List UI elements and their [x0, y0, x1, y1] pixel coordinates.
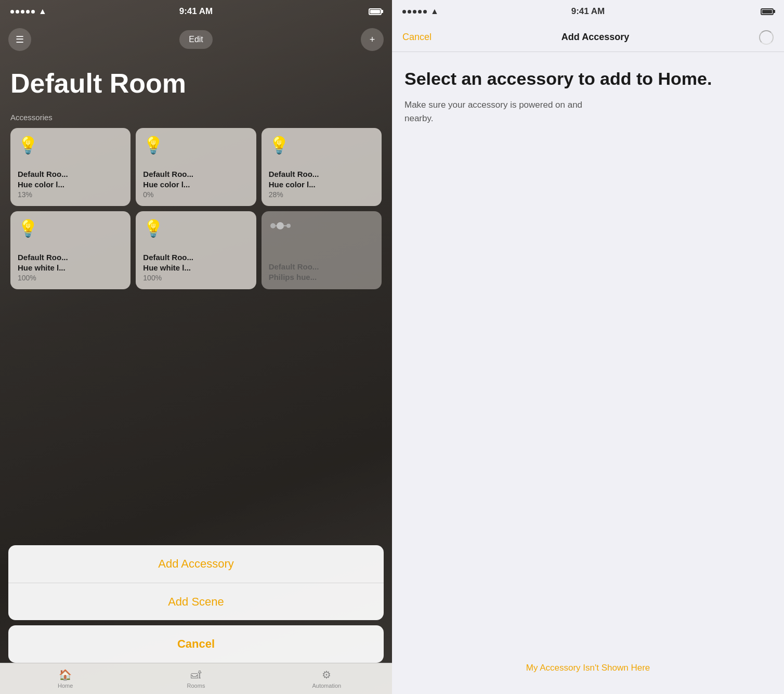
spinner-ring: [759, 30, 774, 45]
bulb-icon-3: 💡: [269, 135, 374, 155]
battery-fill-right: [762, 10, 772, 14]
accessories-section: Accessories 💡 Default Roo... Hue color l…: [0, 98, 392, 289]
r-signal-dot-1: [402, 10, 406, 14]
signal-dot-2: [16, 10, 19, 14]
signal-dot-3: [21, 10, 24, 14]
nav-bar-left: ☰ Edit +: [0, 23, 392, 56]
battery: [369, 8, 382, 15]
action-sheet-container: Add Accessory Add Scene Cancel: [8, 545, 384, 663]
plus-icon: +: [370, 34, 375, 45]
list-icon-button[interactable]: ☰: [8, 28, 31, 51]
wifi-icon-right: ▲: [430, 7, 439, 16]
battery-right: [761, 8, 774, 15]
edit-button[interactable]: Edit: [179, 30, 213, 49]
automation-tab-icon: ⚙: [322, 669, 331, 681]
action-sheet: Add Accessory Add Scene: [8, 545, 384, 620]
tile-name-5a: Default Roo...: [143, 252, 249, 263]
home-tab-label: Home: [58, 683, 73, 689]
tile-name-3a: Default Roo...: [269, 169, 374, 179]
nav-bar-right: Cancel Add Accessory: [392, 23, 784, 52]
main-heading: Select an accessory to add to Home.: [404, 69, 772, 89]
cancel-button[interactable]: Cancel: [402, 32, 432, 43]
tab-bar-left: 🏠 Home 🛋 Rooms ⚙ Automation: [0, 663, 392, 694]
tile-value-1: 13%: [18, 190, 123, 199]
signal-dot-4: [26, 10, 30, 14]
tab-home[interactable]: 🏠 Home: [0, 669, 130, 689]
list-icon: ☰: [16, 34, 24, 45]
signal-right: ▲: [402, 7, 439, 16]
signal-dot-1: [10, 10, 14, 14]
accessory-tile-2[interactable]: 💡 Default Roo... Hue color l... 0%: [136, 128, 256, 206]
bulb-icon-2: 💡: [143, 135, 249, 155]
tab-automation[interactable]: ⚙ Automation: [262, 669, 392, 689]
tile-name-5b: Hue white l...: [143, 263, 249, 273]
add-accessory-action[interactable]: Add Accessory: [8, 545, 384, 583]
accessory-tile-3[interactable]: 💡 Default Roo... Hue color l... 28%: [262, 128, 382, 206]
tile-name-1a: Default Roo...: [18, 169, 123, 179]
svg-point-4: [286, 224, 291, 228]
tile-name-1b: Hue color l...: [18, 179, 123, 190]
left-panel: ▲ 9:41 AM ☰ Edit + Default Room Accessor…: [0, 0, 392, 694]
tile-name-3b: Hue color l...: [269, 179, 374, 190]
r-signal-dot-4: [418, 10, 422, 14]
r-signal-dot-5: [423, 10, 427, 14]
svg-point-0: [270, 223, 276, 228]
bulb-icon-4: 💡: [18, 219, 123, 238]
accessory-not-shown-link[interactable]: My Accessory Isn't Shown Here: [526, 663, 650, 673]
wifi-icon: ▲: [38, 7, 47, 16]
right-content: Select an accessory to add to Home. Make…: [392, 52, 784, 652]
home-tab-icon: 🏠: [59, 669, 72, 681]
svg-point-2: [277, 222, 284, 229]
signal-dots-right: [402, 10, 427, 14]
tile-name-4b: Hue white l...: [18, 263, 123, 273]
signal-dot-5: [31, 10, 35, 14]
accessories-grid: 💡 Default Roo... Hue color l... 13% 💡 De…: [10, 128, 382, 289]
right-panel: ▲ 9:41 AM Cancel Add Accessory Select an…: [392, 0, 784, 694]
accessory-tile-1[interactable]: 💡 Default Roo... Hue color l... 13%: [10, 128, 130, 206]
nav-title-right: Add Accessory: [561, 32, 629, 43]
bottom-link-area: My Accessory Isn't Shown Here: [392, 652, 784, 694]
accessory-tile-6[interactable]: Default Roo... Philips hue...: [262, 211, 382, 289]
battery-fill: [370, 10, 380, 14]
battery-bar: [369, 8, 382, 15]
status-time-right: 9:41 AM: [571, 6, 605, 17]
bulb-icon-1: 💡: [18, 135, 123, 155]
status-bar-left: ▲ 9:41 AM: [0, 0, 392, 23]
battery-bar-right: [761, 8, 774, 15]
hub-icon: [269, 219, 374, 235]
tile-value-2: 0%: [143, 190, 249, 199]
add-scene-action[interactable]: Add Scene: [8, 583, 384, 620]
r-signal-dot-3: [413, 10, 416, 14]
add-button[interactable]: +: [361, 28, 384, 51]
loading-spinner: [759, 30, 774, 45]
tab-rooms[interactable]: 🛋 Rooms: [130, 669, 261, 689]
accessories-label: Accessories: [10, 113, 382, 122]
tile-value-3: 28%: [269, 190, 374, 199]
automation-tab-label: Automation: [312, 683, 341, 689]
tile-name-2b: Hue color l...: [143, 179, 249, 190]
tile-name-6a: Default Roo...: [269, 262, 374, 272]
tile-name-4a: Default Roo...: [18, 252, 123, 263]
r-signal-dot-2: [408, 10, 411, 14]
bulb-icon-5: 💡: [143, 219, 249, 238]
rooms-tab-icon: 🛋: [191, 669, 201, 681]
tile-value-4: 100%: [18, 274, 123, 282]
main-subtitle: Make sure your accessory is powered on a…: [404, 98, 612, 125]
status-bar-right-wrapper: ▲ 9:41 AM: [392, 0, 784, 23]
tile-name-6b: Philips hue...: [269, 272, 374, 282]
accessory-tile-5[interactable]: 💡 Default Roo... Hue white l... 100%: [136, 211, 256, 289]
status-time: 9:41 AM: [179, 6, 213, 17]
tile-name-2a: Default Roo...: [143, 169, 249, 179]
tile-value-5: 100%: [143, 274, 249, 282]
edit-label: Edit: [189, 35, 203, 44]
rooms-tab-label: Rooms: [187, 683, 205, 689]
signal-strength: [10, 10, 35, 14]
action-sheet-cancel-button[interactable]: Cancel: [8, 625, 384, 663]
page-title: Default Room: [0, 56, 392, 98]
status-bar-right: ▲ 9:41 AM: [392, 0, 784, 23]
accessory-tile-4[interactable]: 💡 Default Roo... Hue white l... 100%: [10, 211, 130, 289]
